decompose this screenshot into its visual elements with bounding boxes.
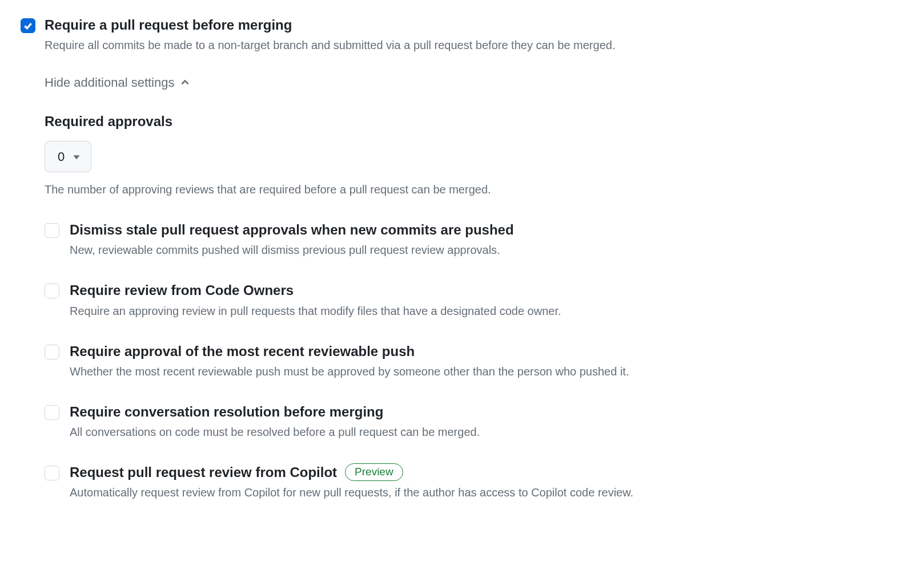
toggle-label: Hide additional settings bbox=[45, 73, 174, 92]
require-pull-request-description: Require all commits be made to a non-tar… bbox=[45, 37, 903, 54]
option-title-text: Require conversation resolution before m… bbox=[70, 403, 383, 421]
require-code-owners-option: Require review from Code Owners Require … bbox=[45, 281, 903, 319]
svg-marker-0 bbox=[74, 155, 80, 159]
require-recent-push-approval-checkbox[interactable] bbox=[45, 345, 59, 359]
chevron-up-icon bbox=[180, 78, 190, 88]
require-conversation-resolution-option: Require conversation resolution before m… bbox=[45, 403, 903, 440]
option-content: Require review from Code Owners Require … bbox=[70, 281, 903, 319]
option-title-text: Request pull request review from Copilot bbox=[70, 463, 337, 481]
preview-badge: Preview bbox=[345, 463, 403, 481]
option-content: Request pull request review from Copilot… bbox=[70, 463, 903, 501]
option-title: Request pull request review from Copilot… bbox=[70, 463, 903, 481]
option-title-text: Require approval of the most recent revi… bbox=[70, 342, 415, 360]
dismiss-stale-approvals-option: Dismiss stale pull request approvals whe… bbox=[45, 221, 903, 258]
require-recent-push-approval-option: Require approval of the most recent revi… bbox=[45, 342, 903, 380]
require-pull-request-title: Require a pull request before merging bbox=[45, 16, 903, 34]
option-title-text: Dismiss stale pull request approvals whe… bbox=[70, 221, 514, 239]
option-content: Require approval of the most recent revi… bbox=[70, 342, 903, 380]
option-title: Require conversation resolution before m… bbox=[70, 403, 903, 421]
require-code-owners-checkbox[interactable] bbox=[45, 284, 59, 298]
option-description: New, reviewable commits pushed will dism… bbox=[70, 242, 903, 258]
caret-down-icon bbox=[73, 153, 81, 161]
approvals-value: 0 bbox=[58, 147, 65, 166]
option-title: Require approval of the most recent revi… bbox=[70, 342, 903, 360]
additional-options-list: Dismiss stale pull request approvals whe… bbox=[45, 221, 903, 501]
required-approvals-section: Required approvals 0 The number of appro… bbox=[45, 111, 903, 198]
require-pull-request-checkbox[interactable] bbox=[21, 18, 35, 33]
check-icon bbox=[23, 21, 33, 31]
option-title: Dismiss stale pull request approvals whe… bbox=[70, 221, 903, 239]
option-description: Require an approving review in pull requ… bbox=[70, 303, 903, 320]
require-pull-request-setting: Require a pull request before merging Re… bbox=[21, 16, 903, 54]
required-approvals-title: Required approvals bbox=[45, 111, 903, 132]
option-description: Whether the most recent reviewable push … bbox=[70, 363, 903, 380]
require-pull-request-content: Require a pull request before merging Re… bbox=[45, 16, 903, 54]
option-title: Require review from Code Owners bbox=[70, 281, 903, 299]
required-approvals-select[interactable]: 0 bbox=[45, 141, 91, 172]
request-copilot-review-checkbox[interactable] bbox=[45, 466, 59, 480]
option-description: Automatically request review from Copilo… bbox=[70, 484, 903, 501]
require-conversation-resolution-checkbox[interactable] bbox=[45, 405, 59, 420]
hide-additional-settings-toggle[interactable]: Hide additional settings bbox=[45, 73, 190, 92]
dismiss-stale-approvals-checkbox[interactable] bbox=[45, 223, 59, 238]
request-copilot-review-option: Request pull request review from Copilot… bbox=[45, 463, 903, 501]
option-description: All conversations on code must be resolv… bbox=[70, 424, 903, 440]
option-title-text: Require review from Code Owners bbox=[70, 281, 294, 299]
option-content: Require conversation resolution before m… bbox=[70, 403, 903, 440]
approvals-select-wrap: 0 bbox=[45, 141, 903, 172]
required-approvals-description: The number of approving reviews that are… bbox=[45, 181, 903, 198]
option-content: Dismiss stale pull request approvals whe… bbox=[70, 221, 903, 258]
